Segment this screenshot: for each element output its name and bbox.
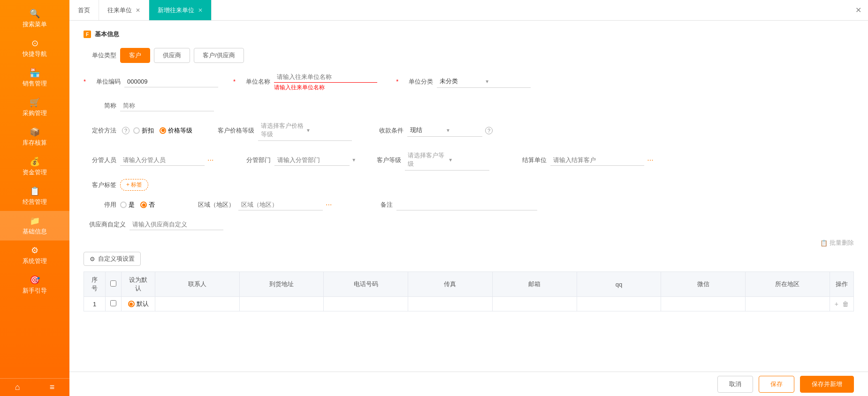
row-wechat-input[interactable] [666,301,740,308]
sidebar-item-system-label: 系统管理 [23,257,47,265]
save-button[interactable]: 保存 [759,376,794,393]
dept-label: 分管部门 [238,156,271,164]
tab-new-partner-close[interactable]: ✕ [198,8,203,13]
sidebar-item-search[interactable]: 🔍 搜索菜单 [0,4,69,33]
disabled-no-radio[interactable]: 否 [140,201,155,209]
settings-gear-icon: ⚙ [90,256,95,263]
row-default-label: 默认 [137,300,149,308]
batch-delete-wrap: 📋 批量删除 [84,239,854,250]
row-checkbox-input[interactable] [110,300,116,306]
row-qq-input[interactable] [582,301,656,308]
dept-dropdown[interactable]: ▼ [350,157,359,163]
region-input[interactable] [238,199,323,210]
pricing-price-level-label: 价格等级 [168,126,192,135]
row-add-icon[interactable]: + [835,300,838,308]
global-close-btn[interactable]: ✕ [849,0,868,20]
row-email-input[interactable] [497,301,572,308]
sidebar-item-guide[interactable]: 🎯 新手引导 [0,270,69,300]
tab-home-label: 首页 [78,6,90,15]
btn-both[interactable]: 客户/供应商 [194,48,244,63]
row-wechat[interactable] [661,297,746,311]
col-default: 设为默认 [122,272,155,297]
row-default-dot [129,303,133,306]
cancel-button[interactable]: 取消 [717,376,753,393]
btn-supplier[interactable]: 供应商 [154,48,190,63]
dept-input[interactable] [274,155,350,166]
sidebar-item-management[interactable]: 📋 经营管理 [0,181,69,211]
sidebar-item-basic-label: 基础信息 [23,227,47,236]
row-contact[interactable] [155,297,239,311]
table-row: 1 默认 [84,297,854,311]
sidebar-item-inventory[interactable]: 📦 库存核算 [0,122,69,152]
home-icon[interactable]: ⌂ [15,382,20,392]
unit-code-col: * 单位编码 [84,76,218,87]
settlement-input[interactable] [550,155,644,166]
remark-col: 备注 [360,199,537,210]
row-no: 1 [84,297,106,311]
payment-help-icon[interactable]: ? [485,127,493,134]
settlement-col: 结算单位 ··· [514,155,653,166]
save-new-button[interactable]: 保存并新增 [800,376,854,393]
basic-icon: 📁 [30,216,40,226]
pricing-help-icon[interactable]: ? [122,127,129,134]
pricing-row: 定价方法 ? 折扣 价格等级 客户价格等级 [84,120,854,141]
inventory-icon: 📦 [30,127,40,137]
sidebar-item-finance[interactable]: 💰 资金管理 [0,152,69,181]
select-all-checkbox[interactable] [110,280,116,287]
short-name-input[interactable] [120,100,214,111]
tab-new-partner[interactable]: 新增往来单位 ✕ [149,0,212,20]
tab-partners[interactable]: 往来单位 ✕ [99,0,149,20]
btn-customer[interactable]: 客户 [120,48,150,63]
row-address[interactable] [239,297,324,311]
row-address-input[interactable] [244,301,319,308]
row-phone[interactable] [324,297,408,311]
remark-input[interactable] [396,199,537,210]
pricing-discount-radio[interactable]: 折扣 [133,126,154,135]
sidebar-item-system[interactable]: ⚙ 系统管理 [0,241,69,270]
payment-value: 现结 [410,126,444,134]
row-region[interactable] [746,297,830,311]
management-icon: 📋 [30,186,40,196]
row-default-radio[interactable]: 默认 [126,300,150,308]
row-qq[interactable] [577,297,661,311]
settlement-more-icon[interactable]: ··· [647,156,653,164]
row-action-icons: + 🗑 [835,300,849,308]
row-region-input[interactable] [750,301,825,308]
row-phone-input[interactable] [328,301,403,308]
region-col: 区域（地区） ··· [198,199,332,210]
batch-delete-btn[interactable]: 📋 批量删除 [820,239,854,247]
sidebar-item-nav[interactable]: ⊙ 快捷导航 [0,33,69,63]
row-fax[interactable] [408,297,493,311]
row-delete-icon[interactable]: 🗑 [842,300,849,308]
custom-settings-btn[interactable]: ⚙ 自定义项设置 [84,252,141,266]
row-contact-input[interactable] [160,301,235,308]
tab-home[interactable]: 首页 [69,0,99,20]
region-more-icon[interactable]: ··· [326,201,332,209]
manager-input[interactable] [120,155,205,166]
supplier-custom-input[interactable] [129,219,223,230]
unit-name-input[interactable] [274,71,377,83]
unit-name-required: * [233,78,236,85]
customer-price-select[interactable]: 请选择客户价格等级 ▼ [258,120,352,141]
sidebar-item-purchase[interactable]: 🛒 采购管理 [0,93,69,122]
tab-partners-close[interactable]: ✕ [136,8,140,13]
unit-code-input[interactable] [124,76,218,87]
section-title: F 基本信息 [84,30,854,39]
manager-more-icon[interactable]: ··· [207,156,213,164]
row-email[interactable] [492,297,577,311]
sidebar-item-basic[interactable]: 📁 基础信息 [0,211,69,241]
customer-level-select[interactable]: 请选择客户等级 ▼ [405,149,489,171]
unit-type-label: 单位类型 [84,51,116,60]
col-phone: 电话号码 [324,272,408,297]
payment-select[interactable]: 现结 ▼ [407,124,482,137]
disabled-yes-radio[interactable]: 是 [120,201,135,209]
pricing-price-level-radio[interactable]: 价格等级 [160,126,192,135]
col-checkbox[interactable] [106,272,122,297]
add-tag-btn[interactable]: + 标签 [120,179,148,191]
row-checkbox[interactable] [106,297,122,311]
sidebar-item-sales[interactable]: 🏪 销售管理 [0,63,69,93]
unit-category-select[interactable]: 未分类 ▼ [437,75,531,88]
col-region: 所在地区 [746,272,830,297]
expand-icon[interactable]: ≡ [50,382,55,392]
row-fax-input[interactable] [413,301,487,308]
